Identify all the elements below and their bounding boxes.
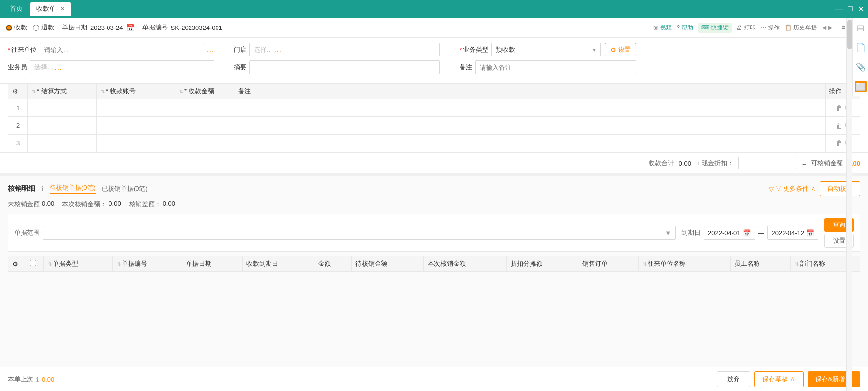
discard-button[interactable]: 放弃 xyxy=(717,371,750,387)
tab-receipt[interactable]: 收款单 ✕ xyxy=(30,2,71,16)
col-amount-header: ⇅ * 收款金额 xyxy=(175,84,234,99)
tab-pending[interactable]: 待核销单据(0笔) xyxy=(50,183,96,194)
row2-remark-input[interactable] xyxy=(234,117,825,134)
doc-date-value: 2023-03-24 xyxy=(90,24,123,31)
row-num-2: 2 xyxy=(8,117,28,135)
stat-unverified: 未核销金额 0.00 xyxy=(8,200,54,209)
counterpart-input[interactable] xyxy=(40,43,204,56)
bottom-col-gear[interactable]: ⚙ xyxy=(8,256,26,272)
close-button[interactable]: ✕ xyxy=(858,4,864,14)
biz-type-select[interactable]: 预收款 ▼ xyxy=(491,43,601,56)
cal-to-icon[interactable]: 📅 xyxy=(806,229,814,237)
video-link[interactable]: ◎ 视频 xyxy=(653,24,672,32)
radio-refund[interactable]: 退款 xyxy=(33,23,54,32)
row2-settle[interactable] xyxy=(28,117,97,135)
tab-close-icon[interactable]: ✕ xyxy=(60,6,65,12)
staff-more-icon[interactable]: … xyxy=(54,63,62,71)
row3-remark[interactable] xyxy=(234,135,826,152)
more-conditions-button[interactable]: ▽ ▽ 更多条件 ∧ xyxy=(769,184,816,193)
maximize-button[interactable]: □ xyxy=(848,4,853,14)
range-filter-field: 单据范围 ▼ xyxy=(14,226,676,240)
bottom-col-doc-type: ⇅单据类型 xyxy=(44,256,113,272)
receipt-table: ⚙ ⇅ * 结算方式 ⇅ * 收款账号 xyxy=(8,84,860,152)
scroll-thumb[interactable] xyxy=(847,20,852,49)
row1-remark[interactable] xyxy=(234,99,826,117)
col-gear-header[interactable]: ⚙ xyxy=(8,84,28,99)
row3-settle-input[interactable] xyxy=(28,135,96,152)
row2-account-input[interactable] xyxy=(97,117,175,134)
nav-next-button[interactable]: ▶ xyxy=(828,24,833,31)
cal-from-icon[interactable]: 📅 xyxy=(743,229,751,237)
help-link[interactable]: ? 帮助 xyxy=(677,24,693,32)
row1-amount-input[interactable] xyxy=(175,99,234,116)
keyboard-icon: ⌨ xyxy=(701,24,709,31)
filter-icon: ▽ xyxy=(769,185,774,193)
radio-receipt[interactable]: 收款 xyxy=(6,23,27,32)
memo-label: 摘要 xyxy=(234,63,246,72)
row3-account[interactable] xyxy=(97,135,175,152)
row3-settle[interactable] xyxy=(28,135,97,152)
table-row: 2 🗑 ⧉ xyxy=(8,117,860,135)
nav-prev-button[interactable]: ◀ xyxy=(822,24,826,31)
row3-delete-icon[interactable]: 🗑 xyxy=(836,140,842,147)
date-to-input[interactable]: 2022-04-12 📅 xyxy=(767,226,819,240)
row1-settle[interactable] xyxy=(28,99,97,117)
row1-account[interactable] xyxy=(97,99,175,117)
verify-info-icon[interactable]: ℹ xyxy=(41,185,44,193)
date-from-input[interactable]: 2022-04-01 📅 xyxy=(704,226,755,240)
form-section: * 往来单位 … 门店 选择... … * 业务类型 预收款 ▼ xyxy=(0,38,868,84)
bottom-col-discount: 折扣分摊额 xyxy=(506,256,578,272)
col-settle-header: ⇅ * 结算方式 xyxy=(28,84,97,99)
minimize-button[interactable]: — xyxy=(835,4,843,14)
store-more-icon[interactable]: … xyxy=(274,46,282,54)
counterpart-more-icon[interactable]: … xyxy=(206,46,214,54)
setting-button[interactable]: ⚙ 设置 xyxy=(605,43,636,56)
calendar-icon[interactable]: 📅 xyxy=(126,24,135,31)
row2-amount[interactable] xyxy=(175,117,234,135)
form-row-1: * 往来单位 … 门店 选择... … * 业务类型 预收款 ▼ xyxy=(8,43,860,56)
staff-select[interactable]: 选择... … xyxy=(30,60,214,74)
discount-label: + 现金折扣： xyxy=(696,159,733,168)
remark-input[interactable] xyxy=(475,60,636,74)
footer-info-icon[interactable]: ℹ xyxy=(36,376,39,383)
row2-settle-input[interactable] xyxy=(28,117,96,134)
sidebar-active-icon[interactable]: ⬜ xyxy=(855,81,867,92)
row3-remark-input[interactable] xyxy=(234,135,825,152)
row3-amount-input[interactable] xyxy=(175,135,234,152)
select-all-checkbox[interactable] xyxy=(30,260,36,266)
sidebar-doc-icon[interactable]: 📄 xyxy=(855,41,867,53)
row1-account-input[interactable] xyxy=(97,99,175,116)
row1-amount[interactable] xyxy=(175,99,234,117)
row1-delete-icon[interactable]: 🗑 xyxy=(836,104,842,112)
history-link[interactable]: 📋 历史单据 xyxy=(785,24,817,32)
range-filter-label: 单据范围 xyxy=(14,228,40,237)
row2-account[interactable] xyxy=(97,117,175,135)
row1-remark-input[interactable] xyxy=(234,99,825,116)
auto-offset-button[interactable]: 自动核销 xyxy=(820,181,860,196)
save-draft-button[interactable]: 保存草稿 ∧ xyxy=(754,371,804,387)
row3-account-input[interactable] xyxy=(97,135,175,152)
stat-cur-offset-value: 0.00 xyxy=(108,200,121,209)
footer-left: 本单上次 ℹ 0.00 xyxy=(8,375,54,384)
memo-input[interactable] xyxy=(249,60,440,74)
tab-bar: 首页 收款单 ✕ — □ ✕ xyxy=(0,0,868,18)
range-filter-select[interactable]: ▼ xyxy=(43,226,676,240)
discount-input[interactable] xyxy=(738,157,797,169)
tab-done[interactable]: 已核销单据(0笔) xyxy=(102,184,148,193)
doc-num-value: SK-20230324-001 xyxy=(171,24,223,31)
row2-amount-input[interactable] xyxy=(175,117,234,134)
row2-remark[interactable] xyxy=(234,117,826,135)
operation-link[interactable]: ⋯ 操作 xyxy=(760,24,780,32)
tab-home[interactable]: 首页 xyxy=(4,2,28,16)
row1-settle-input[interactable] xyxy=(28,99,96,116)
row2-delete-icon[interactable]: 🗑 xyxy=(836,122,842,130)
bottom-col-due-date: 收款到期日 xyxy=(242,256,314,272)
biz-type-field: * 业务类型 预收款 ▼ ⚙ 设置 xyxy=(460,43,636,56)
shortcut-link[interactable]: ⌨ 快捷键 xyxy=(698,23,732,33)
store-select[interactable]: 选择... … xyxy=(249,43,440,56)
print-link[interactable]: 🖨 打印 xyxy=(736,24,756,32)
row3-amount[interactable] xyxy=(175,135,234,152)
counterpart-label: 往来单位 xyxy=(11,45,37,54)
sidebar-table-icon[interactable]: ▤ xyxy=(855,22,867,33)
sidebar-attach-icon[interactable]: 📎 xyxy=(855,61,867,73)
